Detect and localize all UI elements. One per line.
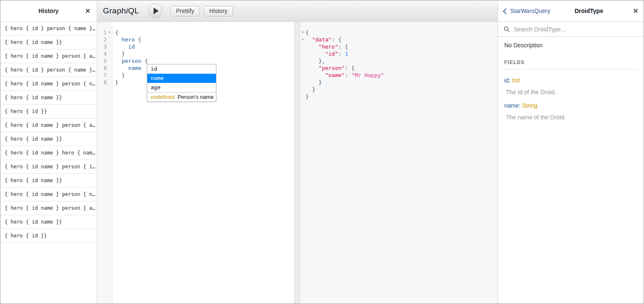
history-header: History ✕ [0,0,97,22]
fold-spacer [300,72,305,79]
fold-arrow-icon: ▾ [107,29,112,36]
doc-back-link[interactable]: StarWarsQuery [504,8,550,14]
fold-arrow-icon: ▾ [300,29,305,36]
history-item[interactable]: { hero { id name }} [0,36,97,49]
history-panel-title: History [38,8,59,14]
hint-type-label: undefined [151,94,174,100]
hint-description: Person's name [177,94,213,100]
line-number: 1▾ [97,29,112,36]
line-number: 3 [97,43,112,50]
history-item[interactable]: { hero { id }} [0,229,97,243]
toolbar: GraphiQL Prettify History [97,0,498,22]
doc-search-bar [498,22,644,37]
hint-list: idnameage [147,64,216,92]
line-number: 2 [97,36,112,43]
search-icon [504,26,510,32]
autocomplete-dropdown: idnameage undefined Person's name [147,64,216,102]
result-line: "id": 1 [305,50,498,57]
field-description: The name of the Droid. [506,114,638,121]
result-line: { [305,29,498,36]
type-name-link[interactable]: Int! [512,77,520,84]
result-line: "person": { [305,64,498,72]
line-number: 4 [97,50,112,57]
doc-explorer: StarWarsQuery DroidType ✕ No Description… [498,0,644,304]
history-list: { hero { id } person { name }…{ hero { i… [0,22,97,243]
hint-item[interactable]: age [147,83,216,92]
history-item[interactable]: { hero { id name }} [0,91,97,105]
history-item[interactable]: { hero { id name } person { n… [0,77,97,91]
history-item[interactable]: { hero { id name } person { n… [0,188,97,201]
doc-search-input[interactable] [513,26,639,33]
doc-back-label: StarWarsQuery [510,8,550,14]
code-line: person { [115,57,294,64]
code-line: id [115,43,294,50]
history-button[interactable]: History [204,6,233,16]
code-line: } [115,50,294,57]
result-line: "hero": { [305,43,498,50]
doc-content: No Description FIELDS id: Int!The Id of … [498,37,644,132]
field-name-link[interactable]: id [504,77,509,84]
result-line: "name": "Mr Happy" [305,72,498,79]
result-line: } [305,93,498,100]
result-fold-gutter: ▾▾ [300,22,305,304]
result-line: } [305,79,498,86]
hint-item[interactable]: id [147,64,216,74]
prettify-button[interactable]: Prettify [170,6,200,16]
fold-spacer [300,43,305,50]
field-description: The Id of the Droid. [506,89,638,95]
history-item[interactable]: { hero { id name }} [0,174,97,188]
type-description: No Description [504,42,638,49]
history-item[interactable]: { hero { id name }} [0,215,97,229]
result-line: } [305,86,498,93]
history-item[interactable]: { hero { id }} [0,105,97,119]
doc-field-item: id: Int! [504,77,638,84]
graphiql-logo: GraphiQL [103,6,139,15]
fold-spacer [300,79,305,86]
field-name-link[interactable]: name [504,102,519,109]
hint-info-row: undefined Person's name [147,92,216,101]
chevron-left-icon [503,8,509,14]
line-number: 8 [97,79,112,86]
history-item[interactable]: { hero { id name } person { a… [0,201,97,215]
editor-gutter: 1▾2345678 [97,22,113,304]
execute-button[interactable] [148,4,162,18]
fields-list: id: Int!The Id of the Droid.name: String… [504,77,638,121]
result-viewer: ▾▾ { "data": { "hero": { "id": 1 }, "per… [300,22,498,304]
fold-arrow-icon: ▾ [300,36,305,43]
result-line: }, [305,57,498,64]
hint-item[interactable]: name [147,74,216,83]
fold-spacer [300,86,305,93]
line-number: 7 [97,72,112,79]
fields-section-header: FIELDS [504,59,638,70]
logo-text: Graph [103,6,126,15]
history-item[interactable]: { hero { id } person { name }… [0,22,97,36]
doc-field-item: name: String [504,102,638,109]
history-item[interactable]: { hero { id name } hero { nam… [0,146,97,160]
result-code: { "data": { "hero": { "id": 1 }, "person… [305,22,498,304]
fold-spacer [300,57,305,64]
history-close-icon[interactable]: ✕ [85,8,91,15]
history-item[interactable]: { hero { id name } person { a… [0,49,97,63]
fold-spacer [300,64,305,72]
fold-spacer [300,50,305,57]
history-item[interactable]: { hero { id name } person { i… [0,160,97,174]
line-number: 6 [97,64,112,72]
code-line: hero { [115,36,294,43]
history-item[interactable]: { hero { id name } person { a… [0,119,97,132]
history-item[interactable]: { hero { id name }} [0,132,97,146]
code-line: { [115,29,294,36]
doc-close-icon[interactable]: ✕ [633,8,639,15]
history-item[interactable]: { hero { id } person { name }… [0,63,97,77]
result-line: "data": { [305,36,498,43]
history-panel: History ✕ { hero { id } person { name }…… [0,0,97,304]
doc-explorer-header: StarWarsQuery DroidType ✕ [498,0,644,22]
pane-resize-handle[interactable] [294,22,300,304]
graphiql-app: History ✕ { hero { id } person { name }…… [0,0,644,304]
logo-text-suffix: QL [128,6,139,15]
fold-spacer [300,93,305,100]
doc-title: DroidType [550,8,631,14]
type-name-link[interactable]: String [522,102,538,109]
play-icon [154,8,159,14]
line-number: 5 [97,57,112,64]
